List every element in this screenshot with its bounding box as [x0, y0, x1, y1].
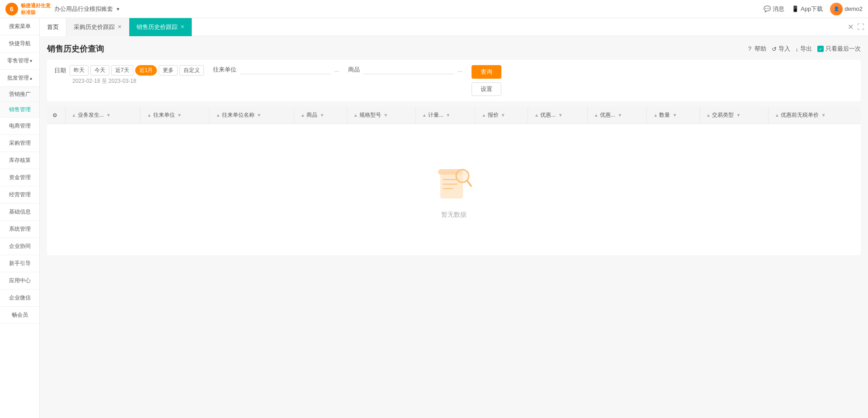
tab-purchase-history[interactable]: 采购历史价跟踪 ✕ [66, 18, 129, 36]
sort-icon-down7: ▼ [501, 113, 505, 118]
sidebar-item-quick-nav[interactable]: 快捷导航 [0, 35, 39, 52]
th-product[interactable]: ▲ 商品 ▼ [294, 107, 347, 124]
date-buttons-row: 日期 昨天 今天 近7天 近1月 更多 自定义 [54, 65, 204, 76]
filter-action-btns: 查询 设置 [472, 65, 501, 96]
sidebar-item-marketing-promo[interactable]: 营销推广 [0, 87, 39, 102]
sort-icon-up9: ▲ [594, 113, 599, 118]
sidebar-item-member[interactable]: 畅会员 [0, 307, 39, 324]
partner-dots[interactable]: ... [334, 66, 339, 73]
content-area: 首页 采购历史价跟踪 ✕ 销售历史价跟踪 ✕ ✕ ⛶ 销售历史价查询 [40, 18, 868, 418]
date-btn-yesterday[interactable]: 昨天 [70, 65, 89, 76]
sidebar-item-inventory-check[interactable]: 库存核算 [0, 152, 39, 169]
sidebar-item-purchase-mgmt[interactable]: 采购管理 [0, 135, 39, 152]
only-last-checkbox-label[interactable]: ✓ 只看最后一次 [817, 45, 861, 53]
sort-icon-down6: ▼ [446, 113, 450, 118]
date-btn-more[interactable]: 更多 [159, 65, 178, 76]
logo-icon: 6 [5, 3, 18, 15]
user-btn[interactable]: 👤 demo2 [830, 3, 863, 15]
sidebar-item-finance-mgmt[interactable]: 资金管理 [0, 169, 39, 186]
sort-icon-up2: ▲ [147, 113, 151, 118]
close-window-icon[interactable]: ✕ [848, 23, 854, 31]
sidebar-item-basic-info[interactable]: 基础信息 [0, 204, 39, 221]
sidebar-item-enterprise-wechat[interactable]: 企业微信 [0, 290, 39, 307]
th-trade-type[interactable]: ▲ 交易类型 ▼ [700, 107, 769, 124]
settings-btn[interactable]: 设置 [472, 82, 501, 96]
date-btn-1month[interactable]: 近1月 [135, 65, 157, 76]
th-partner-name[interactable]: ▲ 往来单位名称 ▼ [209, 107, 294, 124]
page-actions: ？ 帮助 ↺ 导入 ↓ 导出 ✓ 只看最后一次 [747, 45, 861, 53]
th-partner-code[interactable]: ▲ 往来单位 ▼ [141, 107, 209, 124]
sort-icon-up5: ▲ [354, 113, 358, 118]
sort-icon-up8: ▲ [534, 113, 539, 118]
query-btn[interactable]: 查询 [472, 65, 501, 79]
only-last-checkbox[interactable]: ✓ [817, 46, 824, 52]
partner-filter-group: 往来单位 ... [213, 65, 339, 74]
product-input[interactable] [363, 65, 454, 74]
sort-icon-up7: ▲ [481, 113, 486, 118]
date-range-text: 2023-02-18 至 2023-03-18 [72, 77, 204, 85]
tab-sales-history[interactable]: 销售历史价跟踪 ✕ [129, 18, 192, 36]
sidebar-item-enterprise-collab[interactable]: 企业协同 [0, 238, 39, 255]
sort-icon-up: ▲ [72, 113, 76, 118]
partner-input[interactable] [240, 65, 330, 74]
sort-icon-down9: ▼ [618, 113, 622, 118]
tab-close-sales[interactable]: ✕ [180, 24, 184, 30]
message-btn[interactable]: 💬 消息 [764, 5, 784, 13]
sidebar-item-search-menu[interactable]: 搜索菜单 [0, 18, 39, 35]
tab-close-purchase[interactable]: ✕ [118, 24, 122, 30]
th-biz-date[interactable]: ▲ 业务发生... ▼ [65, 107, 141, 124]
sort-icon-up12: ▲ [775, 113, 779, 118]
date-btn-custom[interactable]: 自定义 [179, 65, 204, 76]
export-btn[interactable]: ↓ 导出 [796, 45, 812, 53]
product-dots[interactable]: ... [458, 66, 462, 73]
th-quantity[interactable]: ▲ 数量 ▼ [647, 107, 700, 124]
date-btn-today[interactable]: 今天 [90, 65, 109, 76]
top-bar-left: 6 畅捷通好生意 标准版 办公用品行业模拟账套 ▾ [5, 2, 119, 15]
sidebar-item-app-center[interactable]: 应用中心 [0, 272, 39, 290]
maximize-icon[interactable]: ⛶ [857, 23, 864, 31]
export-icon: ↓ [796, 46, 799, 52]
app-download-btn[interactable]: 📱 App下载 [792, 5, 823, 13]
settings-icon: ⚙ [52, 112, 57, 119]
download-icon: 📱 [792, 5, 799, 12]
sort-icon-down11: ▼ [736, 113, 741, 118]
sidebar-item-new-guide[interactable]: 新手引导 [0, 255, 39, 272]
app-title-dropdown[interactable]: ▾ [117, 6, 119, 12]
sidebar-item-system-mgmt[interactable]: 系统管理 [0, 221, 39, 238]
sort-icon-up4: ▲ [301, 113, 305, 118]
app-title: 办公用品行业模拟账套 [54, 5, 113, 13]
import-btn[interactable]: ↺ 导入 [772, 45, 790, 53]
page-title-bar: 销售历史价查询 ？ 帮助 ↺ 导入 ↓ 导出 ✓ [47, 43, 861, 54]
sort-icon-down3: ▼ [257, 113, 261, 118]
logo-text: 畅捷通好生意 标准版 [21, 2, 51, 15]
sort-icon-down: ▼ [106, 113, 111, 118]
th-settings[interactable]: ⚙ [47, 107, 65, 124]
date-btn-7days[interactable]: 近7天 [111, 65, 133, 76]
help-icon: ？ [747, 45, 753, 53]
sidebar-item-sales-mgmt[interactable]: 销售管理 [0, 102, 39, 118]
empty-state: 暂无数据 [47, 124, 861, 255]
help-btn[interactable]: ？ 帮助 [747, 45, 766, 53]
sidebar-item-retail-mgmt[interactable]: 零售管理 ▾ [0, 52, 39, 70]
tab-home[interactable]: 首页 [40, 18, 66, 36]
sidebar-item-operation-mgmt[interactable]: 经营管理 [0, 186, 39, 204]
th-spec[interactable]: ▲ 规格型号 ▼ [347, 107, 415, 124]
logo-area: 6 畅捷通好生意 标准版 [5, 2, 51, 15]
import-icon: ↺ [772, 46, 777, 52]
sort-icon-down5: ▼ [383, 113, 388, 118]
th-discount1[interactable]: ▲ 优惠... ▼ [528, 107, 588, 124]
th-price[interactable]: ▲ 报价 ▼ [475, 107, 528, 124]
th-unit[interactable]: ▲ 计量... ▼ [415, 107, 475, 124]
date-buttons: 昨天 今天 近7天 近1月 更多 自定义 [70, 65, 204, 76]
page-title: 销售历史价查询 [47, 43, 104, 54]
empty-illustration [431, 160, 476, 205]
data-table-container: ⚙ ▲ 业务发生... ▼ ▲ 往来单位 ▼ [47, 107, 861, 255]
th-discount2[interactable]: ▲ 优惠... ▼ [587, 107, 647, 124]
sort-icon-up11: ▲ [706, 113, 711, 118]
th-pretax-price[interactable]: ▲ 优惠前无税单价 ▼ [769, 107, 861, 124]
filter-bar: 日期 昨天 今天 近7天 近1月 更多 自定义 2023-02-18 至 202… [47, 60, 861, 101]
sidebar-item-ecommerce-mgmt[interactable]: 电商管理 [0, 118, 39, 135]
sidebar-item-wholesale-mgmt[interactable]: 批发管理 ▴ [0, 70, 39, 87]
partner-label: 往来单位 [213, 66, 236, 74]
table-header-row: ⚙ ▲ 业务发生... ▼ ▲ 往来单位 ▼ [47, 107, 861, 124]
